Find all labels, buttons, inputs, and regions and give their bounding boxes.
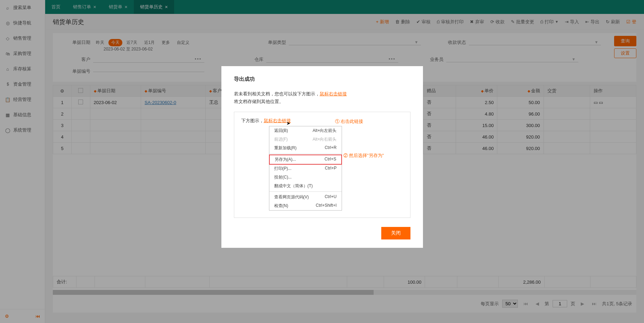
illus-note-1: ① 右击此链接 [335,118,364,125]
ctx-item: 投射(C)... [269,173,342,182]
dialog-title: 导出成功 [234,76,410,82]
ctx-item: 前进(F)Alt+向右箭头 [269,135,342,144]
dialog-body-text: 若未看到相关文档，您也可以按下方图示，鼠标右击链接 将文档存储到其他位置。 [234,90,410,105]
export-success-dialog: 导出成功 若未看到相关文档，您也可以按下方图示，鼠标右击链接 将文档存储到其他位… [221,66,423,248]
modal-overlay: 导出成功 若未看到相关文档，您也可以按下方图示，鼠标右击链接 将文档存储到其他位… [0,0,644,323]
ctx-item: 查看网页源代码(V)Ctrl+U [269,193,342,202]
illus-note-2: ② 然后选择"另存为" [343,152,384,159]
cursor-icon: ➤ [286,120,291,126]
ctx-item: 返回(B)Alt+向左箭头 [269,126,342,135]
dialog-illustration: 下方图示，鼠标右击链接 ➤ ① 右击此链接 返回(B)Alt+向左箭头前进(F)… [234,112,410,218]
illus-caption: 下方图示，鼠标右击链接 [241,118,403,124]
ctx-item: 打印(P)...Ctrl+P [269,164,342,173]
context-menu-illustration: 返回(B)Alt+向左箭头前进(F)Alt+向右箭头重新加载(R)Ctrl+R另… [269,126,342,211]
ctx-item: 翻成中文（简体）(T) [269,182,342,190]
ctx-item: 重新加载(R)Ctrl+R [269,144,342,152]
ctx-item: 另存为(A)...Ctrl+S [269,155,342,165]
ctx-item: 检查(N)Ctrl+Shift+I [269,202,342,210]
close-button[interactable]: 关闭 [381,227,410,239]
dialog-link[interactable]: 鼠标右击链接 [320,91,347,96]
